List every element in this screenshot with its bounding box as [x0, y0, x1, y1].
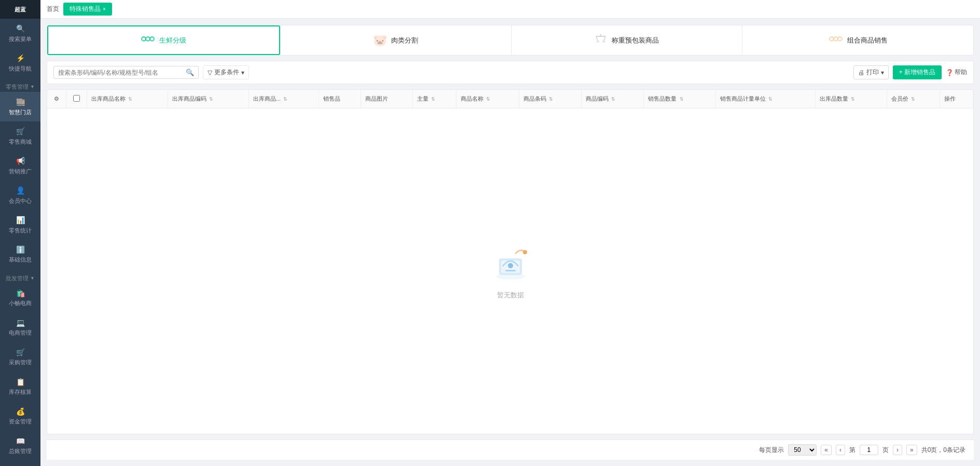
- sidebar-logo: 超蓝: [0, 0, 40, 19]
- col-label: 销售品: [323, 95, 340, 102]
- tab-combo-sell[interactable]: 组合商品销售: [742, 25, 973, 55]
- th-out-qty[interactable]: 出库品数量 ⇅: [815, 90, 887, 108]
- th-checkbox[interactable]: [66, 90, 87, 108]
- sidebar-item-retail-mall[interactable]: 🛒 零售商城: [0, 121, 40, 151]
- category-tabs: 生鲜分级 🐷 肉类分割 称: [47, 25, 974, 56]
- chevron-down-icon: ▼: [30, 84, 35, 89]
- last-page-button[interactable]: »: [906, 445, 917, 455]
- th-main-qty[interactable]: 主量 ⇅: [412, 90, 457, 108]
- sort-icon: ⇅: [680, 97, 684, 102]
- tab-label: 肉类分割: [391, 36, 418, 45]
- next-page-button[interactable]: ›: [893, 445, 902, 455]
- col-label: 主量: [417, 95, 429, 102]
- help-label: 帮助: [955, 68, 967, 77]
- sidebar-item-label: 搜索菜单: [9, 35, 32, 43]
- col-label: 销售品数量: [648, 95, 677, 102]
- sidebar-item-finance[interactable]: 💰 资金管理: [0, 402, 40, 431]
- sidebar-item-label: 小畅电商: [9, 299, 32, 307]
- tab-fresh-grade[interactable]: 生鲜分级: [47, 25, 280, 55]
- sidebar-item-smart-store[interactable]: 🏬 智慧门店: [0, 92, 40, 121]
- sidebar-item-ledger[interactable]: 📖 总账管理: [0, 431, 40, 461]
- print-button[interactable]: 🖨 打印 ▾: [853, 65, 889, 79]
- home-tab[interactable]: 首页: [47, 5, 59, 13]
- search-box[interactable]: 🔍: [53, 66, 199, 79]
- laptop-icon: 💻: [16, 318, 25, 328]
- page-content: 生鲜分级 🐷 肉类分割 称: [40, 19, 980, 466]
- th-out-product-name[interactable]: 出库商品名称 ⇅: [87, 90, 168, 108]
- search-icon: 🔍: [16, 24, 25, 34]
- sidebar-section-wholesale[interactable]: 批发管理 ▼: [0, 271, 40, 283]
- sidebar-item-purchase[interactable]: 🛒 采购管理: [0, 342, 40, 372]
- sort-icon: ⇅: [611, 97, 615, 102]
- retail-mgmt-label: 零售管理: [6, 83, 29, 91]
- sort-icon: ⇅: [911, 97, 915, 102]
- chart-icon: 📊: [16, 215, 25, 226]
- svg-point-1: [146, 37, 150, 41]
- filter-button[interactable]: ▽ 更多条件 ▾: [203, 65, 249, 79]
- sidebar-item-label: 零售统计: [9, 227, 32, 235]
- th-product-name[interactable]: 商品名称 ⇅: [457, 90, 519, 108]
- sidebar-item-label: 会员中心: [9, 197, 32, 205]
- th-out-product-code[interactable]: 出库商品编码 ⇅: [168, 90, 249, 108]
- select-all-checkbox[interactable]: [73, 95, 80, 102]
- svg-point-12: [834, 37, 838, 41]
- add-sale-product-button[interactable]: + 新增销售品: [893, 65, 942, 79]
- sidebar-item-mini-ecom[interactable]: 🛍️ 小畅电商: [0, 283, 40, 313]
- sidebar-item-retail-stats[interactable]: 📊 零售统计: [0, 210, 40, 240]
- th-sale-unit[interactable]: 销售商品计量单位 ⇅: [715, 90, 815, 108]
- tab-label: 称重预包装商品: [612, 36, 659, 45]
- per-page-select[interactable]: 50 10 20 100: [788, 444, 817, 456]
- th-barcode[interactable]: 商品条码 ⇅: [519, 90, 581, 108]
- sidebar: 超蓝 🔍 搜索菜单 ⚡ 快捷导航 零售管理 ▼ 🏬 智慧门店 🛒 零售商城 📢 …: [0, 0, 40, 466]
- first-page-button[interactable]: «: [821, 445, 832, 455]
- tab-meat-cut[interactable]: 🐷 肉类分割: [280, 25, 512, 55]
- toolbar-left: 🔍 ▽ 更多条件 ▾: [53, 65, 249, 79]
- tab-close-icon[interactable]: ×: [103, 6, 106, 12]
- page-suffix: 页: [882, 446, 889, 455]
- sidebar-section-retail[interactable]: 零售管理 ▼: [0, 80, 40, 92]
- money-icon: 💰: [16, 407, 25, 417]
- sidebar-item-label: 零售商城: [9, 138, 32, 146]
- per-page-label: 每页显示: [759, 446, 784, 455]
- sidebar-item-ecom-mgmt[interactable]: 💻 电商管理: [0, 313, 40, 342]
- combo-icon: [829, 34, 843, 47]
- print-arrow-icon: ▾: [881, 69, 884, 76]
- th-product-code[interactable]: 商品编码 ⇅: [582, 90, 644, 108]
- th-out-product-x[interactable]: 出库商品... ⇅: [249, 90, 319, 108]
- filter-label: 更多条件: [214, 68, 239, 77]
- svg-point-0: [142, 37, 146, 41]
- col-label: 销售商品计量单位: [720, 95, 766, 102]
- sidebar-item-inventory[interactable]: 📋 库存核算: [0, 372, 40, 402]
- th-member-price[interactable]: 会员价 ⇅: [887, 90, 940, 108]
- clipboard-icon: 📋: [16, 377, 25, 388]
- th-sale-qty[interactable]: 销售品数量 ⇅: [644, 90, 715, 108]
- wholesale-mgmt-label: 批发管理: [6, 275, 29, 282]
- col-label: 商品名称: [461, 95, 484, 102]
- tab-weigh-pack[interactable]: 称重预包装商品: [512, 25, 743, 55]
- prev-page-button[interactable]: ‹: [836, 445, 845, 455]
- col-label: 出库商品编码: [172, 95, 206, 102]
- th-operation: 操作: [940, 90, 973, 108]
- svg-point-2: [150, 37, 154, 41]
- search-icon: 🔍: [186, 68, 194, 76]
- sidebar-item-marketing[interactable]: 📢 营销推广: [0, 151, 40, 181]
- sidebar-item-members[interactable]: 👤 会员中心: [0, 181, 40, 210]
- sidebar-item-search-menu[interactable]: 🔍 搜索菜单: [0, 19, 40, 48]
- page-number-input[interactable]: [860, 445, 878, 455]
- empty-state: 暂无数据: [47, 108, 973, 434]
- sort-icon: ⇅: [486, 97, 490, 102]
- svg-point-11: [830, 37, 834, 41]
- sidebar-item-quick-nav[interactable]: ⚡ 快捷导航: [0, 48, 40, 78]
- sort-icon: ⇅: [283, 97, 287, 102]
- th-settings[interactable]: ⚙: [47, 90, 66, 108]
- search-input[interactable]: [58, 69, 184, 76]
- active-tab[interactable]: 特殊销售品 ×: [63, 3, 112, 16]
- sidebar-item-basic-info[interactable]: ℹ️ 基础信息: [0, 240, 40, 269]
- topbar: 首页 特殊销售品 ×: [40, 0, 980, 19]
- toolbar-right: 🖨 打印 ▾ + 新增销售品 ❓ 帮助: [853, 65, 967, 79]
- help-button[interactable]: ❓ 帮助: [946, 68, 967, 77]
- total-label: 共0页，0条记录: [921, 446, 965, 455]
- sidebar-item-invoice[interactable]: 🧾 发票管理: [0, 461, 40, 466]
- purchase-icon: 🛒: [16, 348, 25, 358]
- megaphone-icon: 📢: [16, 156, 25, 167]
